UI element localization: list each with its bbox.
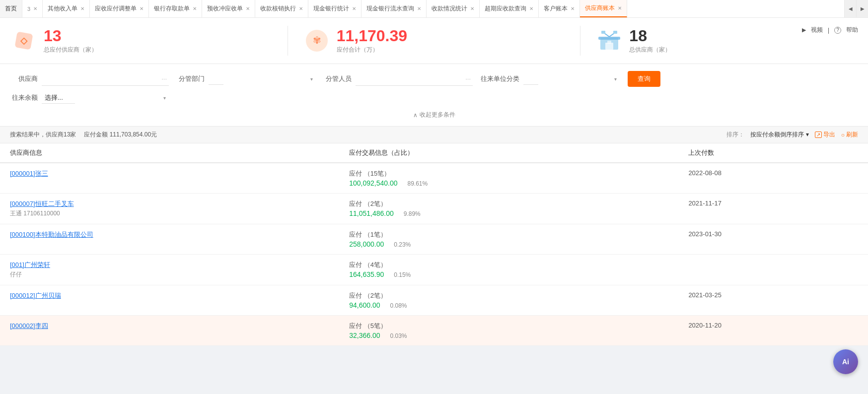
filter-category-select[interactable] (523, 73, 538, 85)
nav-item-customer-ledger[interactable]: 客户账本 ✕ (539, 0, 580, 17)
supplier-link[interactable]: [000012]广州贝瑞 (10, 292, 61, 299)
nav-close-collection-exec[interactable]: ✕ (299, 6, 303, 11)
nav-close-advance-offset[interactable]: ✕ (246, 6, 250, 11)
nav-item-other-income[interactable]: 其他收入单 ✕ (43, 0, 90, 17)
nav-label-collection-exec: 收款核销执行 (260, 4, 296, 13)
collapse-button[interactable]: ∧ 收起更多条件 (10, 109, 858, 121)
nav-close-overdue-query[interactable]: ✕ (529, 6, 533, 11)
nav-item-collection-exec[interactable]: 收款核销执行 ✕ (255, 0, 308, 17)
supplier-link[interactable]: [000100]本特勤油品有限公司 (10, 231, 93, 238)
nav-label-3: 3 (27, 6, 30, 12)
svg-rect-10 (601, 31, 605, 34)
filter-balance-select-wrap: 选择... (42, 92, 169, 104)
help-label[interactable]: 帮助 (846, 26, 858, 34)
last-pay-date: 2022-08-08 (688, 169, 722, 177)
nav-item-supplier-ledger[interactable]: 供应商账本 ✕ (580, 0, 627, 17)
sort-value[interactable]: 按应付余额倒序排序 ▾ (750, 131, 808, 139)
nav-label-other-income: 其他收入单 (48, 4, 77, 13)
last-pay-date: 2021-11-17 (688, 199, 722, 207)
table-row: [000012]广州贝瑞 应付 （2笔） 94,600.00 0.08% 202… (0, 285, 868, 316)
nav-close-cash-bank-stat[interactable]: ✕ (352, 6, 356, 11)
nav-label-collection-stat: 收款情况统计 (432, 4, 467, 13)
nav-label-customer-ledger: 客户账本 (544, 4, 568, 13)
nav-item-cash-bank-stat[interactable]: 现金银行统计 ✕ (308, 0, 362, 17)
nav-close-supplier-ledger[interactable]: ✕ (618, 5, 622, 11)
filter-supplier-input[interactable] (44, 73, 161, 84)
filter-balance-select[interactable]: 选择... (42, 92, 75, 104)
filter-person-dots: ··· (465, 75, 471, 82)
export-label: 导出 (823, 131, 835, 139)
stat-number-payable-suppliers: 13 (44, 28, 97, 44)
svg-text:◇: ◇ (20, 36, 28, 46)
payable-info-cell: 应付 （4笔） 164,635.90 0.15% (349, 261, 688, 278)
payable-count: 应付 （4笔） (349, 261, 688, 269)
supplier-info-cell: [000007]恒旺二手叉车 王通 17106110000 (10, 199, 349, 218)
supplier-link[interactable]: [000001]张三 (10, 170, 48, 177)
payable-count: 应付 （5笔） (349, 322, 688, 330)
filter-dept-select[interactable] (209, 73, 223, 85)
col-header-lastpay: 上次付数 (688, 148, 858, 157)
nav-label-cash-bank-stat: 现金银行统计 (313, 4, 349, 13)
nav-label-overdue-query: 超期应收款查询 (485, 4, 526, 13)
payable-count: 应付 （15笔） (349, 169, 688, 178)
last-pay-cell: 2023-01-30 (688, 230, 858, 238)
nav-close-ar-ap-adjust[interactable]: ✕ (140, 6, 144, 11)
col-header-payable: 应付交易信息（占比） (349, 148, 688, 157)
nav-item-advance-offset[interactable]: 预收冲应收单 ✕ (202, 0, 255, 17)
filter-category-select-wrap (523, 73, 620, 85)
supplier-info-cell: [000002]李四 (10, 322, 349, 330)
stat-text-block1: 13 总应付供应商（家） (44, 28, 97, 54)
supplier-link[interactable]: [000002]李四 (10, 322, 48, 329)
stat-number-total-suppliers: 18 (629, 28, 671, 44)
stat-block-suppliers-payable: ◇ 13 总应付供应商（家） (10, 27, 273, 55)
nav-item-cash-bank-flow[interactable]: 现金银行流水查询 ✕ (362, 0, 427, 17)
supplier-info-cell: [000012]广州贝瑞 (10, 291, 349, 300)
sort-icon: ▾ (806, 131, 809, 138)
nav-label-supplier-ledger: 供应商账本 (585, 4, 615, 12)
export-button[interactable]: ↗ 导出 (815, 131, 835, 139)
payable-count: 应付 （2笔） (349, 199, 688, 208)
nav-arrow-left[interactable]: ◀ (844, 0, 856, 18)
last-pay-cell: 2022-08-08 (688, 169, 858, 177)
payable-info-cell: 应付 （15笔） 100,092,540.00 89.61% (349, 169, 688, 187)
payable-row: 32,366.00 0.03% (349, 330, 688, 339)
payable-amount: 164,635.90 (349, 270, 384, 278)
nav-close-customer-ledger[interactable]: ✕ (571, 6, 575, 11)
nav-item-home[interactable]: 首页 (0, 0, 22, 17)
nav-label-bank-deposit: 银行存取款单 (154, 4, 190, 13)
nav-close-collection-stat[interactable]: ✕ (470, 6, 474, 11)
filter-row-1: 供应商 ··· 分管部门 分管人员 ··· 往来单位分类 (10, 71, 858, 87)
filter-person-input[interactable] (358, 73, 465, 84)
result-bar-right: 排序： 按应付余额倒序排序 ▾ ↗ 导出 ○ 刷新 (726, 131, 858, 139)
help-video-label[interactable]: 视频 (811, 26, 823, 34)
nav-item-overdue-query[interactable]: 超期应收款查询 ✕ (480, 0, 539, 17)
nav-bar: 首页 3 ✕ 其他收入单 ✕ 应收应付调整单 ✕ 银行存取款单 ✕ 预收冲应收单… (0, 0, 868, 18)
ai-button[interactable]: Ai (833, 349, 858, 374)
stat-label-payable-total: 应付合计（万） (337, 46, 407, 54)
nav-arrow-right[interactable]: ▶ (856, 0, 868, 18)
table-body: [000001]张三 应付 （15笔） 100,092,540.00 89.61… (0, 163, 868, 346)
payable-info-cell: 应付 （1笔） 258,000.00 0.23% (349, 230, 688, 248)
supplier-link[interactable]: [001]广州荣轩 (10, 261, 50, 268)
nav-item-ar-ap-adjust[interactable]: 应收应付调整单 ✕ (90, 0, 149, 17)
filter-area: 供应商 ··· 分管部门 分管人员 ··· 往来单位分类 (0, 64, 868, 127)
nav-close-other-income[interactable]: ✕ (80, 6, 84, 11)
filter-person-label: 分管人员 (324, 74, 352, 83)
refresh-button[interactable]: ○ 刷新 (841, 131, 858, 139)
nav-item-collection-stat[interactable]: 收款情况统计 ✕ (427, 0, 480, 17)
nav-close-bank-deposit[interactable]: ✕ (193, 6, 197, 11)
last-pay-date: 2020-11-20 (688, 322, 722, 329)
col-header-supplier: 供应商信息 (10, 148, 349, 157)
stat-divider-1 (288, 26, 288, 56)
payable-info-cell: 应付 （2笔） 11,051,486.00 9.89% (349, 199, 688, 217)
nav-close-cash-bank-flow[interactable]: ✕ (417, 6, 421, 11)
filter-balance: 往来余额 选择... (10, 92, 169, 104)
nav-item-3[interactable]: 3 ✕ (22, 0, 43, 17)
nav-item-bank-deposit[interactable]: 银行存取款单 ✕ (149, 0, 202, 17)
export-icon: ↗ (815, 131, 822, 138)
filter-dept: 分管部门 (177, 73, 316, 85)
search-button[interactable]: 查询 (628, 71, 660, 87)
supplier-link[interactable]: [000007]恒旺二手叉车 (10, 200, 74, 207)
nav-close-3[interactable]: ✕ (33, 6, 37, 11)
filter-balance-label: 往来余额 (10, 93, 38, 102)
